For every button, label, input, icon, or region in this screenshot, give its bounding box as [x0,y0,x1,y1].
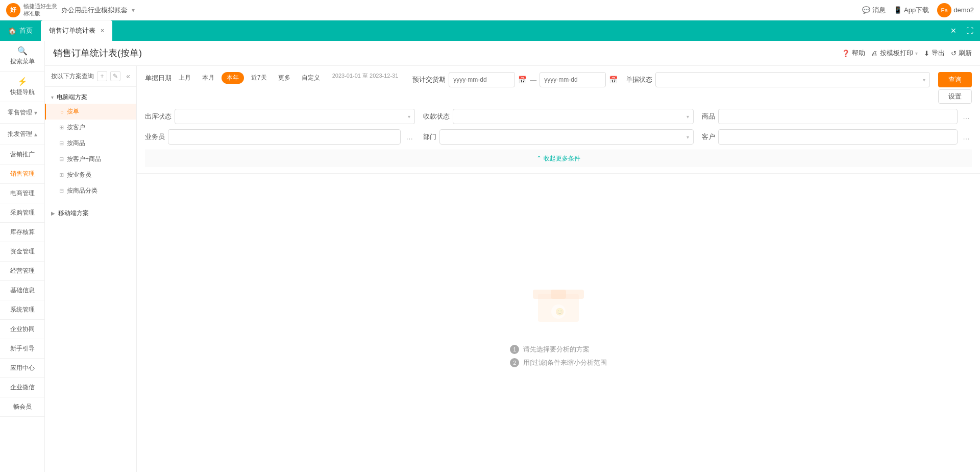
scheme-add-button[interactable]: + [97,71,107,81]
template-print-button[interactable]: 🖨 按模板打印 ▾ [871,49,918,58]
tab-maximize-button[interactable]: ⛶ [964,25,976,37]
expected-date-from-input[interactable] [449,72,515,87]
date-btn-last-month[interactable]: 上月 [175,72,195,84]
sidebar-item-operations[interactable]: 经营管理 [0,262,44,281]
date-btn-last7days[interactable]: 近7天 [247,72,271,84]
user-area[interactable]: Ea demo2 [937,3,974,17]
collect-status-select[interactable]: ▾ [453,109,693,124]
scheme-panel: 按以下方案查询 + ✎ « ▾ 电脑端方案 ○ 按单 ⊞ [45,66,137,472]
tab-bar: 🏠 首页 销售订单统计表 × ✕ ⛶ [0,20,980,41]
product-input[interactable] [718,109,958,124]
tab-close-window-button[interactable]: ✕ [947,25,960,37]
sidebar-item-member[interactable]: 畅会员 [0,397,44,417]
sidebar-item-purchase[interactable]: 采购管理 [0,203,44,223]
sidebar-item-retail[interactable]: 零售管理 ▾ [0,102,44,124]
action-buttons: 查询 设置 [938,72,972,104]
app-download-button[interactable]: 📱 App下载 [894,6,929,15]
sidebar-item-sales[interactable]: 销售管理 [0,164,44,184]
sidebar-item-system[interactable]: 系统管理 [0,300,44,320]
top-bar-right: 💬 消息 📱 App下载 Ea demo2 [862,3,974,17]
collapse-bar[interactable]: ⌃ 收起更多条件 [145,150,972,167]
scheme-panel-header: 按以下方案查询 + ✎ « [45,66,136,87]
template-print-arrow-icon: ▾ [915,51,918,56]
page-header-actions: ❓ 帮助 🖨 按模板打印 ▾ ⬇ 导出 ↺ 刷新 [842,49,972,64]
sidebar-item-newcomer[interactable]: 新手引导 [0,339,44,359]
date-btn-group: 上月 本月 本年 近7天 更多 自定义 [175,72,324,84]
expected-date-from-calendar-icon[interactable]: 📅 [518,76,527,84]
refresh-button[interactable]: ↺ 刷新 [951,49,972,58]
date-range-display: 2023-01-01 至 2023-12-31 [332,72,399,80]
scheme-item-icon-by-customer: ⊞ [59,124,64,131]
salesperson-ellipsis-button[interactable]: … [404,133,415,141]
scheme-item-by-product-category[interactable]: ⊟ 按商品分类 [45,183,136,199]
mobile-scheme-section-title[interactable]: ▶ 移动端方案 [45,207,136,220]
help-button[interactable]: ❓ 帮助 [842,49,865,58]
scheme-edit-button[interactable]: ✎ [110,71,120,81]
scheme-item-by-customer[interactable]: ⊞ 按客户 [45,120,136,135]
sidebar-item-inventory[interactable]: 库存核算 [0,223,44,242]
date-btn-custom[interactable]: 自定义 [298,72,324,84]
salesperson-input[interactable] [168,129,401,145]
date-btn-more[interactable]: 更多 [274,72,295,84]
empty-hints: 1 请先选择要分析的方案 2 用[过滤]条件来缩小分析范围 [510,345,606,367]
ship-status-select[interactable]: ▾ [175,109,415,124]
query-button[interactable]: 查询 [938,72,972,87]
wholesale-arrow-icon: ▴ [34,131,37,138]
settings-button[interactable]: 设置 [938,89,972,104]
ship-status-down-arrow-icon: ▾ [408,114,410,120]
doc-status-label: 单据状态 [626,75,652,84]
sidebar-item-marketing[interactable]: 营销推广 [0,145,44,164]
sidebar-item-basics[interactable]: 基础信息 [0,281,44,300]
scheme-item-icon-by-product: ⊟ [59,140,64,147]
customer-input[interactable] [718,129,958,145]
date-btn-this-year[interactable]: 本年 [222,72,244,84]
tab-home[interactable]: 🏠 首页 [0,20,41,41]
empty-hint-2: 2 用[过滤]条件来缩小分析范围 [510,358,606,367]
empty-state: 😊 1 请先选择要分析的方案 2 用[过滤]条件来缩小分析范围 [137,174,980,472]
logo-icon: 好 [6,3,20,17]
main-layout: 🔍 搜索菜单 ⚡ 快捷导航 零售管理 ▾ 批发管理 ▴ 营销推广 销售管理 电商… [0,41,980,472]
tab-sales-order-stats[interactable]: 销售订单统计表 × [41,20,112,41]
breadcrumb-arrow-icon[interactable]: ▾ [132,7,135,14]
sidebar-item-wholesale[interactable]: 批发管理 ▴ [0,124,44,145]
sidebar-item-quick-nav[interactable]: ⚡ 快捷导航 [0,72,44,102]
date-btn-this-month[interactable]: 本月 [198,72,218,84]
tab-close-icon[interactable]: × [101,27,104,34]
home-icon: 🏠 [8,27,16,35]
breadcrumb-title[interactable]: 办公用品行业模拟账套 [61,6,128,15]
pc-scheme-section-title[interactable]: ▾ 电脑端方案 [45,91,136,104]
scheme-item-by-product[interactable]: ⊟ 按商品 [45,135,136,151]
scheme-item-by-salesperson[interactable]: ⊞ 按业务员 [45,167,136,183]
scheme-item-by-customer-product[interactable]: ⊟ 按客户+商品 [45,151,136,167]
department-select[interactable]: ▾ [439,129,693,145]
top-bar-left: 好 畅捷通好生意 标准版 办公用品行业模拟账套 ▾ [6,3,135,17]
empty-illustration: 😊 [528,278,589,337]
sidebar-item-appcenter[interactable]: 应用中心 [0,359,44,378]
mobile-scheme-arrow-icon: ▶ [51,210,55,216]
sidebar-item-finance[interactable]: 资金管理 [0,242,44,262]
department-down-arrow-icon: ▾ [687,134,689,140]
expected-date-to-input[interactable] [540,72,606,87]
date-dash: — [530,76,536,84]
top-bar: 好 畅捷通好生意 标准版 办公用品行业模拟账套 ▾ 💬 消息 📱 App下载 E… [0,0,980,20]
right-panel: 单据日期 上月 本月 本年 近7天 更多 自定义 [137,66,980,472]
expected-date-to-calendar-icon[interactable]: 📅 [609,76,618,84]
sidebar-item-enterprise[interactable]: 企业协同 [0,320,44,339]
doc-status-select[interactable]: ▾ [655,72,930,87]
sidebar-item-ecommerce[interactable]: 电商管理 [0,184,44,203]
scheme-collapse-button[interactable]: « [126,72,130,80]
export-button[interactable]: ⬇ 导出 [924,49,945,58]
tab-bar-actions: ✕ ⛶ [947,25,976,37]
scheme-item-by-order[interactable]: ○ 按单 [45,104,136,120]
pc-scheme-arrow-icon: ▾ [51,95,54,100]
pc-scheme-section: ▾ 电脑端方案 ○ 按单 ⊞ 按客户 ⊟ 按商品 [45,87,136,203]
message-button[interactable]: 💬 消息 [862,6,886,15]
expected-date-label: 预计交货期 [412,75,446,84]
export-icon: ⬇ [924,50,929,57]
scheme-item-icon-by-product-category: ⊟ [59,187,64,194]
product-ellipsis-button[interactable]: … [961,112,972,121]
customer-ellipsis-button[interactable]: … [961,133,972,141]
sidebar-item-search-menu[interactable]: 🔍 搜索菜单 [0,41,44,72]
collapse-icon: ⌃ [536,155,542,162]
sidebar-item-wechat[interactable]: 企业微信 [0,378,44,397]
